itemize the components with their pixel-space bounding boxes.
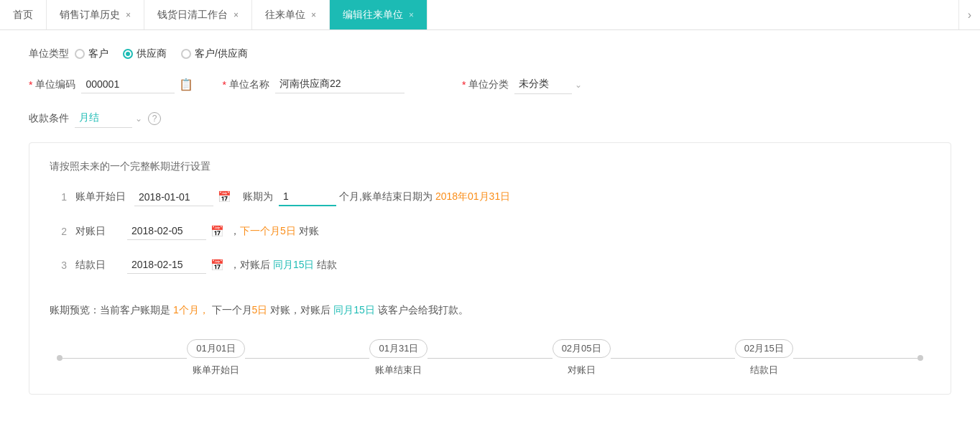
step-2-cal-icon[interactable]: 📅: [211, 225, 224, 238]
step-1-suffix-mid: 个月,账单结束日期为: [339, 190, 433, 203]
node-3-label: 对账日: [568, 364, 596, 377]
radio-customer-label: 客户: [88, 47, 108, 60]
radio-both-circle: [181, 49, 191, 59]
node-2-label: 账单结束日: [375, 364, 422, 377]
step-1-row: 1 账单开始日 📅 账期为 个月,账单结束日期为 2018年01月31日: [50, 188, 930, 206]
payment-terms-value: 月结: [75, 109, 132, 128]
node-2-bubble: 01月31日: [369, 339, 427, 358]
timeline-node-2: 01月31日 账单结束日: [369, 339, 427, 377]
tab-sales-history[interactable]: 销售订单历史 ×: [47, 0, 144, 29]
unit-code-icon[interactable]: 📋: [179, 78, 193, 91]
step-1-date-input[interactable]: [134, 188, 213, 206]
unit-category-label: 单位分类: [468, 78, 509, 91]
tab-sales-history-label: 销售订单历史: [60, 9, 120, 22]
tabs-bar: 首页 销售订单历史 × 钱货日清工作台 × 往来单位 × 编辑往来单位 × ›: [0, 0, 980, 30]
unit-category-star: *: [462, 79, 466, 91]
preview-highlight2: 5日: [252, 304, 268, 316]
unit-name-label: 单位名称: [229, 78, 269, 91]
unit-code-group: * 单位编码 📋: [29, 75, 193, 93]
radio-customer-circle: [75, 49, 85, 59]
timeline-seg-0: [63, 358, 187, 359]
tab-sales-history-close[interactable]: ×: [126, 10, 131, 20]
unit-type-row: 单位类型 客户 供应商 客户/供应商: [29, 47, 951, 60]
payment-terms-help[interactable]: ?: [148, 112, 161, 125]
tab-home[interactable]: 首页: [0, 0, 47, 29]
timeline-node-3: 02月05日 对账日: [553, 339, 611, 377]
preview-suffix: 该客户会给我打款。: [378, 304, 468, 316]
unit-name-star: *: [222, 79, 226, 91]
preview-mid1: 下一个月: [212, 304, 252, 316]
period-settings-box: 请按照未来的一个完整帐期进行设置 1 账单开始日 📅 账期为 个月,账单结束日期…: [29, 142, 951, 395]
step-2-row: 2 对账日 📅 ，下一个月5日 对账: [50, 222, 930, 240]
node-1-bubble: 01月01日: [187, 339, 245, 358]
unit-code-star: *: [29, 79, 32, 91]
unit-type-label: 单位类型: [29, 47, 69, 60]
preview-mid2: 对账，对账后: [270, 304, 333, 316]
unit-fields-row: * 单位编码 📋 * 单位名称 * 单位分类 未分类 ⌄: [29, 75, 951, 94]
radio-supplier-circle: [123, 49, 133, 59]
step-3-num: 3: [50, 259, 67, 271]
step-3-date-input[interactable]: [127, 256, 206, 274]
radio-both-label: 客户/供应商: [195, 47, 248, 60]
step-1-suffix-before: 账期为: [243, 190, 273, 203]
radio-both[interactable]: 客户/供应商: [181, 47, 248, 60]
tab-overflow-arrow[interactable]: ›: [958, 0, 980, 29]
tab-cash-work-label: 钱货日清工作台: [157, 9, 228, 22]
node-1-label: 账单开始日: [193, 364, 239, 377]
tab-edit-partner-close[interactable]: ×: [409, 10, 414, 20]
node-4-bubble: 02月15日: [735, 339, 793, 358]
radio-supplier[interactable]: 供应商: [123, 47, 167, 60]
unit-code-label: 单位编码: [35, 78, 75, 91]
tab-partners-label: 往来单位: [265, 9, 305, 22]
preview-highlight3: 同月15日: [333, 304, 375, 316]
preview-section: 账期预览：当前客户账期是 1个月， 下一个月5日 对账，对账后 同月15日 该客…: [50, 290, 930, 377]
tab-cash-work[interactable]: 钱货日清工作台 ×: [144, 0, 252, 29]
timeline-start-dot: [57, 355, 63, 361]
step-1-num: 1: [50, 191, 67, 203]
step-1-cal-icon[interactable]: 📅: [218, 190, 231, 203]
main-content: 单位类型 客户 供应商 客户/供应商 * 单位编码 📋 * 单位名称: [0, 30, 980, 437]
node-4-label: 结款日: [750, 364, 778, 377]
timeline-seg-1: [245, 358, 369, 359]
timeline-seg-3: [611, 358, 735, 359]
unit-name-group: * 单位名称: [222, 75, 404, 93]
step-1-end-date: 2018年01月31日: [435, 190, 510, 203]
step-3-row: 3 结款日 📅 ，对账后 同月15日 结款: [50, 256, 930, 274]
timeline-node-1: 01月01日 账单开始日: [187, 339, 245, 377]
step-2-suffix: ，下一个月5日 对账: [230, 225, 319, 238]
tab-partners[interactable]: 往来单位 ×: [252, 0, 330, 29]
timeline-seg-4: [793, 358, 917, 359]
tab-partners-close[interactable]: ×: [311, 10, 316, 20]
radio-customer[interactable]: 客户: [75, 47, 108, 60]
preview-text: 账期预览：当前客户账期是 1个月， 下一个月5日 对账，对账后 同月15日 该客…: [50, 301, 930, 319]
section-description: 请按照未来的一个完整帐期进行设置: [50, 160, 930, 173]
tab-edit-partner[interactable]: 编辑往来单位 ×: [330, 0, 427, 29]
step-3-suffix: ，对账后 同月15日 结款: [230, 259, 337, 272]
unit-code-input[interactable]: [81, 75, 175, 93]
tab-cash-work-close[interactable]: ×: [234, 10, 239, 20]
unit-category-group: * 单位分类 未分类 ⌄: [462, 75, 582, 94]
preview-highlight1: 1个月，: [173, 304, 209, 316]
step-1-period-input[interactable]: [279, 188, 336, 206]
tab-home-label: 首页: [13, 9, 33, 22]
step-3-label: 结款日: [75, 259, 119, 272]
payment-terms-dropdown[interactable]: 月结 ⌄: [75, 109, 142, 128]
step-3-cal-icon[interactable]: 📅: [211, 259, 224, 272]
step-2-num: 2: [50, 226, 67, 237]
payment-terms-arrow[interactable]: ⌄: [135, 114, 142, 124]
unit-type-radio-group: 客户 供应商 客户/供应商: [75, 47, 248, 60]
radio-supplier-label: 供应商: [137, 47, 167, 60]
unit-name-input[interactable]: [275, 75, 405, 93]
unit-category-dropdown[interactable]: 未分类 ⌄: [514, 75, 582, 94]
unit-category-arrow[interactable]: ⌄: [575, 80, 582, 90]
timeline-seg-2: [427, 358, 552, 359]
timeline-end-dot: [917, 355, 923, 361]
tab-edit-partner-label: 编辑往来单位: [343, 9, 403, 22]
step-2-date-input[interactable]: [127, 222, 206, 240]
payment-terms-row: 收款条件 月结 ⌄ ?: [29, 109, 951, 128]
timeline-container: 01月01日 账单开始日 01月31日 账单结束日 02月05日 对账日: [50, 339, 930, 377]
preview-prefix: 账期预览：当前客户账期是: [50, 304, 170, 316]
step-1-label: 账单开始日: [75, 190, 126, 203]
node-3-bubble: 02月05日: [553, 339, 611, 358]
step-2-label: 对账日: [75, 225, 119, 238]
